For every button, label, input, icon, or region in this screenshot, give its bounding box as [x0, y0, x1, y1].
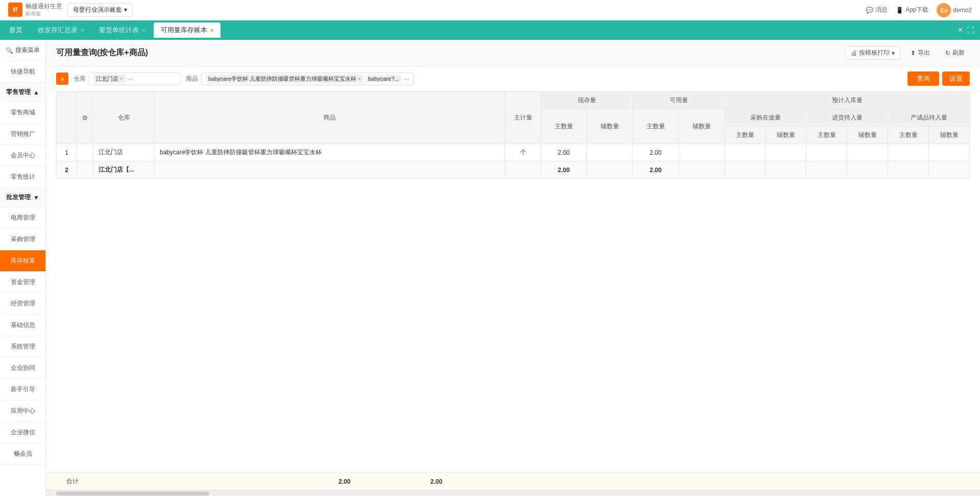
- row2-stock-main: 2.00: [541, 161, 587, 179]
- sidebar-item-purchase-mgmt[interactable]: 采购管理: [0, 229, 45, 250]
- row2-available-main: 2.00: [633, 161, 679, 179]
- col-seq-header: [57, 92, 77, 144]
- logo-icon: 好: [8, 3, 22, 17]
- tab-income-expense-label: 收发存汇总表: [38, 26, 78, 35]
- row2-main-unit: [505, 161, 541, 179]
- sidebar-item-new-guide[interactable]: 新手引导: [0, 379, 45, 400]
- sidebar-item-retail-mgmt[interactable]: 零售管理 ▲: [0, 83, 45, 102]
- sidebar-item-member-center[interactable]: 会员中心: [0, 145, 45, 167]
- tab-controls: × ⛶: [958, 26, 978, 35]
- user-area[interactable]: Ea demo2: [937, 3, 972, 17]
- filter-expand-button[interactable]: »: [56, 73, 68, 85]
- sidebar-item-marketing[interactable]: 营销推广: [0, 124, 45, 145]
- sidebar-item-enterprise-wechat[interactable]: 企业微信: [0, 422, 45, 443]
- tab-available-inventory-close[interactable]: ×: [210, 27, 213, 33]
- settings-button[interactable]: 设置: [942, 72, 970, 86]
- goods-filter-input[interactable]: babycare学饮杯 儿童防摔防撞吸管杯重力球吸嘴杯宝宝水杯 × babyca…: [201, 73, 414, 85]
- tab-income-expense-close[interactable]: ×: [81, 27, 84, 33]
- sidebar-operations-mgmt-label: 经营管理: [11, 299, 35, 308]
- col-purchase-in-group-header: 采购在途量: [725, 109, 806, 127]
- tab-available-inventory[interactable]: 可用量库存账本 ×: [154, 22, 220, 38]
- main-layout: 🔍 搜索菜单 快捷导航 零售管理 ▲ 零售商城 营销推广 会员中心 零售统计 批…: [0, 40, 980, 496]
- goods-tag-1: babycare学饮杯 儿童防摔防撞吸管杯重力球吸嘴杯宝宝水杯 ×: [206, 75, 363, 83]
- row2-incoming-main: [806, 161, 847, 179]
- sidebar-item-enterprise-collab[interactable]: 企业协同: [0, 358, 45, 379]
- tab-home-label: 首页: [9, 26, 22, 35]
- goods-filter-more[interactable]: ···: [404, 75, 410, 83]
- search-icon: 🔍: [6, 47, 13, 54]
- row1-seq: 1: [57, 144, 77, 161]
- tab-home[interactable]: 首页: [2, 22, 30, 38]
- sidebar-system-mgmt-label: 系统管理: [11, 342, 35, 351]
- filter-bar: » 仓库 江北门店 × ··· 商品 babycare学饮杯 儿童防摔防撞吸管杯…: [46, 66, 980, 91]
- tab-available-inventory-label: 可用量库存账本: [161, 26, 207, 35]
- sidebar-item-basic-info[interactable]: 基础信息: [0, 315, 45, 336]
- sidebar-purchase-mgmt-label: 采购管理: [11, 235, 35, 244]
- footer-cells: 2.00 2.00: [148, 478, 970, 485]
- row1-settings[interactable]: [77, 144, 93, 161]
- sidebar-item-ecommerce-mgmt[interactable]: 电商管理: [0, 207, 45, 229]
- top-header: 好 畅捷通好生意 标准版 母婴行业演示账套 ▾ 💬 消息 📱 App下载 Ea …: [0, 0, 980, 20]
- col-settings-header[interactable]: ⚙: [77, 92, 93, 144]
- app-download-action[interactable]: 📱 App下载: [896, 6, 928, 14]
- sidebar-enterprise-wechat-label: 企业微信: [11, 428, 35, 437]
- warehouse-filter-input[interactable]: 江北门店 × ···: [89, 73, 181, 85]
- row1-product-main: [888, 144, 929, 161]
- sidebar-item-retail-stats[interactable]: 零售统计: [0, 167, 45, 188]
- row1-purchase-aux: [766, 144, 806, 161]
- tab-expand[interactable]: ⛶: [967, 26, 974, 34]
- tab-order-stats[interactable]: 要货单统计表 ×: [92, 22, 152, 38]
- tab-income-expense[interactable]: 收发存汇总表 ×: [31, 22, 91, 38]
- col-incoming-main-header: 主数量: [806, 127, 847, 144]
- sidebar-item-vip-member[interactable]: 畅会员: [0, 443, 45, 465]
- row1-available-main: 2.00: [633, 144, 679, 161]
- logo-area: 好 畅捷通好生意 标准版: [8, 3, 62, 17]
- footer-available-main: 2.00: [413, 478, 459, 485]
- footer-stock-main: 2.00: [322, 478, 368, 485]
- table-footer: 合计 2.00 2.00: [46, 473, 980, 490]
- sidebar-item-search-menu[interactable]: 🔍 搜索菜单: [0, 40, 45, 61]
- tab-close-all[interactable]: ×: [958, 26, 963, 35]
- row2-seq: 2: [57, 161, 77, 179]
- user-name: demo2: [953, 7, 972, 14]
- sidebar-item-operations-mgmt[interactable]: 经营管理: [0, 293, 45, 315]
- settings-icon[interactable]: ⚙: [82, 114, 88, 122]
- industry-selector[interactable]: 母婴行业演示账套 ▾: [67, 3, 133, 17]
- sidebar-item-wholesale-mgmt[interactable]: 批发管理 ▼: [0, 188, 45, 207]
- sidebar-inventory-check-label: 库存核算: [11, 256, 35, 265]
- header-right: 💬 消息 📱 App下载 Ea demo2: [866, 3, 972, 17]
- sidebar-item-app-center[interactable]: 应用中心: [0, 400, 45, 422]
- sidebar-basic-info-label: 基础信息: [11, 321, 35, 329]
- sidebar-item-inventory-check[interactable]: 库存核算: [0, 250, 45, 272]
- tab-order-stats-close[interactable]: ×: [142, 27, 145, 33]
- refresh-icon: ↻: [945, 50, 950, 57]
- sidebar-item-finance-mgmt[interactable]: 资金管理: [0, 272, 45, 293]
- sidebar-item-quick-nav[interactable]: 快捷导航: [0, 61, 45, 83]
- sidebar-retail-mall-label: 零售商城: [11, 108, 35, 117]
- row2-settings[interactable]: [77, 161, 93, 179]
- row2-warehouse: 江北门店【...: [93, 161, 155, 179]
- col-product-main-header: 主数量: [888, 127, 929, 144]
- row1-product-aux: [929, 144, 970, 161]
- template-print-button[interactable]: 🖨 按模板打印 ▾: [845, 46, 900, 60]
- query-button[interactable]: 查询: [908, 72, 939, 86]
- horizontal-scrollbar[interactable]: [56, 491, 209, 495]
- sidebar-member-center-label: 会员中心: [11, 151, 35, 160]
- col-incoming-aux-header: 辅数量: [847, 127, 888, 144]
- export-icon: ⬆: [911, 50, 916, 57]
- avatar: Ea: [937, 3, 951, 17]
- export-button[interactable]: ⬆ 导出: [905, 46, 935, 59]
- sidebar-item-retail-mall[interactable]: 零售商城: [0, 102, 45, 124]
- sidebar-item-system-mgmt[interactable]: 系统管理: [0, 336, 45, 358]
- footer-stock-aux: [368, 478, 413, 485]
- col-stock-group-header: 现存量: [541, 92, 633, 109]
- warehouse-filter-more[interactable]: ···: [128, 75, 134, 83]
- chevron-down-icon: ▾: [892, 50, 895, 57]
- scroll-bar-area: [46, 490, 980, 496]
- warehouse-tag: 江北门店 ×: [93, 75, 126, 83]
- logo-sub: 标准版: [26, 10, 62, 17]
- goods-tag-1-close[interactable]: ×: [358, 76, 361, 82]
- refresh-button[interactable]: ↻ 刷新: [940, 46, 970, 59]
- warehouse-tag-close[interactable]: ×: [120, 76, 123, 82]
- message-action[interactable]: 💬 消息: [866, 6, 888, 14]
